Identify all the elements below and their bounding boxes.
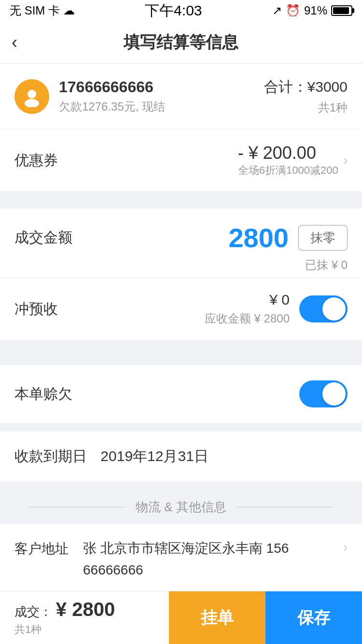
hold-button[interactable]: 挂单 bbox=[169, 591, 265, 644]
bottom-bar: 成交： ¥ 2800 共1种 挂单 保存 bbox=[0, 591, 362, 644]
bottom-deal-label: 成交： bbox=[14, 604, 52, 619]
user-total: 合计：¥3000 bbox=[264, 77, 348, 97]
coupon-right: - ¥ 200.00 全场6折满1000减200 › bbox=[238, 143, 348, 178]
toggle-knob bbox=[322, 297, 346, 321]
due-date-row: 收款到期日 2019年12月31日 bbox=[0, 431, 362, 482]
location-icon: ↗ bbox=[272, 4, 282, 17]
prepay-amount: ¥ 0 bbox=[205, 292, 290, 308]
save-button[interactable]: 保存 bbox=[265, 591, 362, 644]
logistics-hr-right bbox=[236, 507, 333, 507]
amount-section: 成交金额 2800 抹零 已抹 ¥ 0 冲预收 ¥ 0 应收金额 ¥ 2800 bbox=[0, 209, 362, 340]
user-left: 17666666666 欠款1276.35元, 现结 bbox=[14, 78, 165, 114]
coupon-row[interactable]: 优惠券 - ¥ 200.00 全场6折满1000减200 › bbox=[0, 129, 362, 191]
avatar bbox=[14, 79, 49, 114]
debt-label: 本单赊欠 bbox=[14, 384, 72, 404]
prepay-receivable: 应收金额 ¥ 2800 bbox=[205, 311, 290, 326]
debt-toggle[interactable] bbox=[299, 380, 348, 407]
back-button[interactable]: ‹ bbox=[12, 32, 17, 53]
prepay-text: ¥ 0 应收金额 ¥ 2800 bbox=[205, 292, 290, 326]
status-time: 下午4:03 bbox=[145, 1, 202, 21]
page-title: 填写结算等信息 bbox=[124, 31, 238, 54]
debt-row: 本单赊欠 bbox=[0, 365, 362, 423]
coupon-info: - ¥ 200.00 全场6折满1000减200 bbox=[238, 143, 338, 178]
address-chevron-icon: › bbox=[343, 540, 348, 555]
nav-bar: ‹ 填写结算等信息 bbox=[0, 21, 362, 64]
amount-label: 成交金额 bbox=[14, 228, 72, 248]
due-date-label: 收款到期日 bbox=[14, 448, 87, 464]
logistics-line: 物流 & 其他信息 bbox=[0, 499, 362, 516]
bottom-count: 共1种 bbox=[14, 622, 154, 637]
status-bar: 无 SIM 卡 ☁ 下午4:03 ↗ ⏰ 91% bbox=[0, 0, 362, 21]
user-info-text: 17666666666 欠款1276.35元, 现结 bbox=[59, 78, 165, 114]
amount-sub: 已抹 ¥ 0 bbox=[14, 257, 348, 273]
status-left: 无 SIM 卡 ☁ bbox=[10, 3, 75, 18]
user-phone: 17666666666 bbox=[59, 78, 165, 96]
address-row[interactable]: 客户地址 张 北京市市辖区海淀区永丰南 156 66666666 › bbox=[0, 524, 362, 595]
status-right: ↗ ⏰ 91% bbox=[272, 4, 352, 17]
coupon-amount: - ¥ 200.00 bbox=[238, 143, 338, 163]
prepay-right: ¥ 0 应收金额 ¥ 2800 bbox=[205, 292, 348, 326]
prepay-toggle[interactable] bbox=[299, 295, 348, 322]
svg-point-0 bbox=[28, 90, 36, 98]
bottom-summary: 成交： ¥ 2800 共1种 bbox=[0, 599, 169, 637]
coupon-desc: 全场6折满1000减200 bbox=[238, 163, 338, 178]
user-count: 共1种 bbox=[264, 100, 348, 115]
coupon-label: 优惠券 bbox=[14, 151, 58, 170]
user-debt: 欠款1276.35元, 现结 bbox=[59, 99, 165, 114]
debt-toggle-knob bbox=[322, 382, 346, 406]
amount-number: 2800 bbox=[228, 222, 289, 253]
bottom-deal-amount: ¥ 2800 bbox=[56, 599, 115, 620]
address-label: 客户地址 bbox=[14, 540, 69, 558]
prepay-row: 冲预收 ¥ 0 应收金额 ¥ 2800 bbox=[0, 278, 362, 340]
user-right: 合计：¥3000 共1种 bbox=[264, 77, 348, 115]
gray-separator-2 bbox=[0, 348, 362, 357]
amount-row: 成交金额 2800 抹零 bbox=[14, 222, 348, 253]
prepay-label: 冲预收 bbox=[14, 299, 58, 319]
sim-label: 无 SIM 卡 ☁ bbox=[10, 3, 75, 18]
battery-label: 91% bbox=[304, 4, 327, 17]
logistics-hr-left bbox=[29, 507, 126, 507]
logistics-text: 物流 & 其他信息 bbox=[136, 499, 226, 516]
bottom-deal-line: 成交： ¥ 2800 bbox=[14, 599, 154, 620]
amount-value-area: 2800 抹零 bbox=[228, 222, 348, 253]
battery-icon bbox=[331, 5, 352, 16]
user-info-section: 17666666666 欠款1276.35元, 现结 合计：¥3000 共1种 … bbox=[0, 64, 362, 191]
alarm-icon: ⏰ bbox=[286, 4, 300, 17]
address-value: 张 北京市市辖区海淀区永丰南 156 66666666 bbox=[83, 538, 343, 581]
round-button[interactable]: 抹零 bbox=[298, 225, 348, 251]
avatar-icon bbox=[21, 86, 42, 107]
svg-point-1 bbox=[25, 99, 39, 107]
coupon-chevron-icon: › bbox=[343, 153, 348, 168]
user-row: 17666666666 欠款1276.35元, 现结 合计：¥3000 共1种 bbox=[0, 64, 362, 129]
battery-fill bbox=[333, 7, 349, 14]
gray-separator-1 bbox=[0, 199, 362, 209]
logistics-divider: 物流 & 其他信息 bbox=[0, 490, 362, 524]
due-date-value: 2019年12月31日 bbox=[100, 448, 208, 464]
